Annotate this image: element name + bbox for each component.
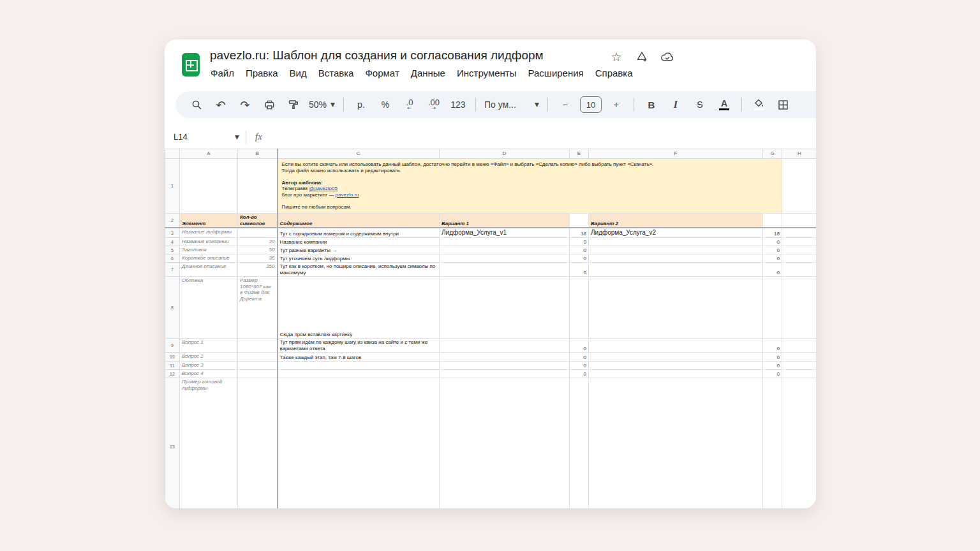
cell-info-block[interactable]: Если вы хотите скачать или использовать … [278, 159, 782, 214]
document-title[interactable]: pavezlo.ru: Шаблон для создания и соглас… [210, 48, 544, 62]
cell-B11[interactable] [238, 362, 278, 370]
cell-A10[interactable]: Вопрос 2 [180, 353, 238, 362]
cell-B3[interactable] [238, 228, 278, 238]
column-header-F[interactable]: F [589, 149, 763, 159]
fill-color-button[interactable] [750, 96, 768, 114]
cell-A3[interactable]: Название лидформы [180, 228, 238, 238]
cell-D7[interactable] [440, 263, 570, 277]
column-header-A[interactable]: A [180, 149, 238, 159]
cell-G13[interactable] [763, 378, 782, 508]
column-header-H[interactable]: H [782, 149, 817, 159]
zoom-select[interactable]: 50%▼ [309, 96, 335, 114]
cell-H10[interactable] [782, 353, 817, 362]
cell-D8[interactable] [440, 277, 570, 339]
cell-C6[interactable]: Тут уточняем суть лидформы [278, 254, 440, 263]
cell-H2[interactable] [782, 213, 817, 228]
cell-H3[interactable] [782, 228, 817, 238]
decrease-decimals-button[interactable]: .0← [401, 96, 419, 114]
cell-G11[interactable]: 0 [763, 362, 782, 370]
cell-G4[interactable]: 0 [763, 238, 782, 246]
row-header-6[interactable]: 6 [165, 254, 180, 263]
cell-B12[interactable] [238, 370, 278, 378]
name-box[interactable]: L14▼ [165, 132, 246, 142]
row-header-11[interactable]: 11 [165, 362, 180, 370]
cell-A8[interactable]: Обложка [180, 277, 238, 339]
cell-H9[interactable] [782, 339, 817, 353]
increase-decimals-button[interactable]: .00→ [425, 96, 443, 114]
cell-F2[interactable]: Вариант 2 [589, 213, 763, 228]
cell-B8[interactable]: Размер 1080*607 как в Фигме для Директа [238, 277, 278, 339]
cell-E9[interactable]: 0 [570, 339, 589, 353]
cell-G7[interactable]: 0 [763, 263, 782, 277]
cell-D12[interactable] [440, 370, 570, 378]
cell-E3[interactable]: 18 [570, 228, 589, 238]
cell-A11[interactable]: Вопрос 3 [180, 362, 238, 370]
star-icon[interactable]: ☆ [609, 50, 623, 64]
cell-F11[interactable] [589, 362, 763, 370]
column-header-B[interactable]: B [238, 149, 278, 159]
cell-C8[interactable]: Сюда прям вставляю картинку [278, 277, 440, 339]
increase-font-size-button[interactable]: + [607, 96, 625, 114]
menu-help[interactable]: Справка [590, 66, 639, 80]
cell-F13[interactable] [589, 378, 763, 508]
cell-D10[interactable] [440, 353, 570, 362]
cell-E2[interactable] [570, 213, 589, 228]
cell-G8[interactable] [763, 277, 782, 339]
cell-F6[interactable] [589, 254, 763, 263]
bold-button[interactable]: B [642, 96, 660, 114]
row-header-12[interactable]: 12 [165, 370, 180, 378]
function-icon[interactable]: fx [255, 131, 262, 142]
cell-G2[interactable] [763, 213, 782, 228]
add-to-drive-icon[interactable] [635, 50, 649, 64]
row-header-1[interactable]: 1 [165, 159, 180, 214]
cell-E11[interactable]: 0 [570, 362, 589, 370]
cell-C11[interactable] [278, 362, 440, 370]
row-header-4[interactable]: 4 [165, 238, 180, 246]
menu-data[interactable]: Данные [405, 66, 451, 80]
cell-D3[interactable]: Лидформа_Услуга_v1 [440, 228, 570, 238]
redo-icon[interactable]: ↷ [236, 96, 254, 114]
text-color-button[interactable]: A [715, 96, 733, 114]
cell-E13[interactable] [570, 378, 589, 508]
cell-C13[interactable] [278, 378, 440, 508]
cell-E12[interactable]: 0 [570, 370, 589, 378]
print-icon[interactable] [260, 96, 278, 114]
cell-B2[interactable]: Кол-во символов [238, 213, 278, 228]
cell-A4[interactable]: Название компании [180, 238, 238, 246]
menu-extensions[interactable]: Расширения [523, 66, 590, 80]
cell-H6[interactable] [782, 254, 817, 263]
cell-A9[interactable]: Вопрос 1 [180, 339, 238, 353]
cell-E8[interactable] [570, 277, 589, 339]
cell-C10[interactable]: Также каждый этап, там 7-8 шагов [278, 353, 440, 362]
cell-C3[interactable]: Тут с порядковым номером и содержимым вн… [278, 228, 440, 238]
cell-E6[interactable]: 0 [570, 254, 589, 263]
more-formats-button[interactable]: 123 [449, 96, 467, 114]
cell-B4[interactable]: 30 [238, 238, 278, 246]
row-header-10[interactable]: 10 [165, 353, 180, 362]
sheets-logo-icon[interactable] [182, 53, 200, 77]
cell-F7[interactable] [589, 263, 763, 277]
cell-A5[interactable]: Заголовок [180, 246, 238, 254]
row-header-2[interactable]: 2 [165, 213, 180, 228]
row-header-3[interactable]: 3 [165, 228, 180, 238]
cell-C4[interactable]: Название компании [278, 238, 440, 246]
cell-H13[interactable] [782, 378, 817, 508]
row-header-8[interactable]: 8 [165, 277, 180, 339]
cell-B7[interactable]: 350 [238, 263, 278, 277]
cell-B5[interactable]: 50 [238, 246, 278, 254]
cell-E10[interactable]: 0 [570, 353, 589, 362]
menu-format[interactable]: Формат [359, 66, 405, 80]
column-header-D[interactable]: D [440, 149, 570, 159]
cell-C5[interactable]: Тут разные варианты → [278, 246, 440, 254]
cell-A2[interactable]: Элемент [180, 213, 238, 228]
telegram-link[interactable]: @pavezlo05 [309, 186, 338, 191]
cell-D2[interactable]: Вариант 1 [440, 213, 570, 228]
decrease-font-size-button[interactable]: − [556, 96, 574, 114]
menu-view[interactable]: Вид [284, 66, 313, 80]
cell-B1[interactable] [238, 159, 278, 214]
cell-H7[interactable] [782, 263, 817, 277]
cell-H8[interactable] [782, 277, 817, 339]
cell-F9[interactable] [589, 339, 763, 353]
cell-D13[interactable] [440, 378, 570, 508]
menu-file[interactable]: Файл [205, 66, 240, 80]
